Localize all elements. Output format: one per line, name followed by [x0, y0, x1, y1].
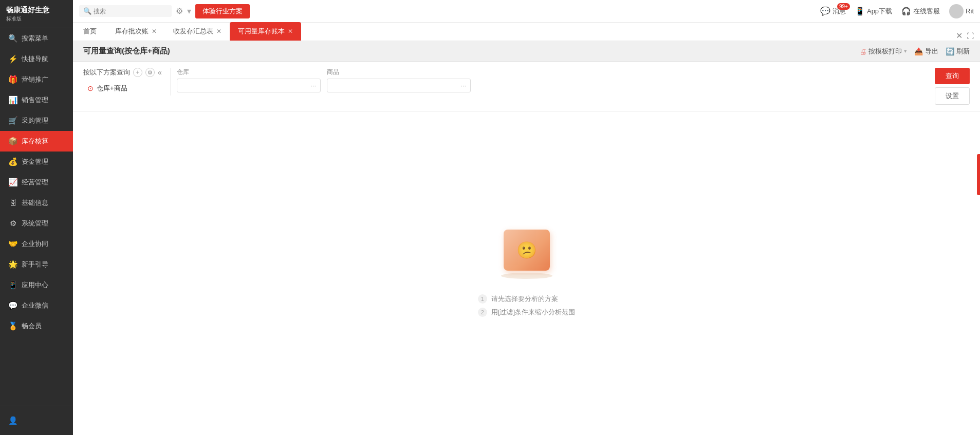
tabbar: 首页 库存批次账 ✕ 收发存汇总表 ✕ 可用量库存账本 ✕ ✕ ⛶: [73, 23, 980, 41]
main-area: 🔍 ⚙ ▾ 体验行业方案 💬 消息 99+ 📱 App下载 🎧 在线客服 Rit: [73, 0, 980, 435]
sidebar-item-system[interactable]: ⚙ 系统管理: [0, 213, 73, 234]
tab-home-label: 首页: [83, 27, 97, 36]
basic-info-icon: 🗄: [8, 198, 17, 207]
online-service-label: 在线客服: [913, 7, 940, 16]
topbar-messages[interactable]: 💬 消息 99+: [820, 6, 846, 16]
filter-fields: 仓库 ··· 商品 ···: [177, 68, 922, 92]
headset-icon: 🎧: [901, 7, 911, 16]
sidebar-item-operations[interactable]: 📈 经营管理: [0, 172, 73, 193]
sidebar-item-user-profile[interactable]: 👤: [0, 410, 73, 431]
sidebar-item-basic-info[interactable]: 🗄 基础信息: [0, 193, 73, 213]
hint-text-1: 请先选择要分析的方案: [491, 294, 558, 304]
print-label: 按模板打印: [868, 47, 902, 56]
sidebar-logo: 畅康通好生意 标准版: [0, 0, 73, 28]
print-icon: 🖨: [859, 47, 866, 55]
sidebar-item-shortcut-label: 快捷导航: [22, 54, 48, 64]
operations-icon: 📈: [8, 178, 17, 187]
sidebar-item-purchase[interactable]: 🛒 采购管理: [0, 110, 73, 131]
tab-home[interactable]: 首页: [73, 22, 107, 41]
sidebar-item-basic-info-label: 基础信息: [22, 198, 48, 207]
filter-scheme-header: 按以下方案查询 + ⚙ «: [83, 68, 164, 77]
sidebar-item-search[interactable]: 🔍 搜索菜单: [0, 28, 73, 49]
empty-hint-2: 2 用[过滤]条件来缩小分析范围: [478, 308, 575, 317]
refresh-icon: 🔄: [946, 47, 954, 55]
sidebar-item-app-center-label: 应用中心: [22, 280, 48, 290]
sidebar-item-finance[interactable]: 💰 资金管理: [0, 152, 73, 172]
sidebar-item-sales[interactable]: 📊 销售管理: [0, 90, 73, 110]
topbar-user-area[interactable]: Rit: [949, 4, 974, 18]
username-label: Rit: [966, 7, 974, 15]
topbar-search-input[interactable]: [94, 8, 155, 15]
topbar-online-service[interactable]: 🎧 在线客服: [901, 7, 940, 16]
empty-hint-1: 1 请先选择要分析的方案: [478, 294, 575, 304]
scheme-add-btn[interactable]: +: [133, 68, 142, 77]
scheme-settings-btn[interactable]: ⚙: [145, 68, 155, 77]
purchase-icon: 🛒: [8, 116, 17, 125]
tab-batch-ledger[interactable]: 库存批次账 ✕: [107, 22, 165, 41]
tab-recv-summary[interactable]: 收发存汇总表 ✕: [165, 22, 230, 41]
export-action[interactable]: 📤 导出: [914, 47, 938, 56]
sidebar-item-search-label: 搜索菜单: [22, 34, 48, 43]
tab-batch-ledger-label: 库存批次账: [115, 27, 149, 36]
sidebar-nav: 🔍 搜索菜单 ⚡ 快捷导航 🎁 营销推广 📊 销售管理 🛒 采购管理 📦 库存核…: [0, 28, 73, 406]
sidebar-bottom: 👤: [0, 406, 73, 435]
sidebar-item-marketing[interactable]: 🎁 营销推广: [0, 69, 73, 90]
sidebar-item-onboarding[interactable]: 🌟 新手引导: [0, 254, 73, 275]
warehouse-dots-icon[interactable]: ···: [310, 82, 316, 89]
goods-field-input[interactable]: ···: [327, 79, 471, 92]
avatar: [949, 4, 964, 18]
warehouse-field-label: 仓库: [177, 68, 321, 77]
scheme-item-label: 仓库+商品: [97, 84, 127, 93]
topbar-search-box[interactable]: 🔍: [79, 5, 172, 17]
sidebar-item-shortcut[interactable]: ⚡ 快捷导航: [0, 49, 73, 69]
topbar-gear-icon[interactable]: ⚙: [176, 6, 183, 16]
tab-batch-ledger-close[interactable]: ✕: [152, 28, 157, 35]
tabbar-expand-icon[interactable]: ⛶: [967, 32, 974, 40]
goods-dots-icon[interactable]: ···: [460, 82, 466, 89]
print-action[interactable]: 🖨 按模板打印 ▾: [859, 47, 907, 56]
inventory-icon: 📦: [8, 137, 17, 146]
finance-icon: 💰: [8, 157, 17, 166]
tab-available-ledger-close[interactable]: ✕: [288, 28, 293, 35]
tab-recv-summary-close[interactable]: ✕: [216, 28, 221, 35]
sidebar-item-wechat[interactable]: 💬 企业微信: [0, 295, 73, 316]
empty-illustration: [496, 230, 558, 286]
topbar-dropdown-icon[interactable]: ▾: [187, 6, 191, 16]
sidebar-item-cooperation[interactable]: 🤝 企业协同: [0, 234, 73, 254]
scheme-item-warehouse-goods[interactable]: ⊙ 仓库+商品: [83, 81, 164, 96]
topbar-search-icon: 🔍: [83, 7, 91, 15]
topbar-right: 💬 消息 99+ 📱 App下载 🎧 在线客服 Rit: [820, 4, 974, 18]
scheme-collapse-icon[interactable]: «: [158, 68, 162, 77]
tabbar-close-icon[interactable]: ✕: [956, 31, 963, 41]
filter-settings-button[interactable]: 设置: [935, 87, 970, 105]
hint-num-1: 1: [478, 294, 487, 304]
empty-box: [504, 230, 550, 271]
query-button[interactable]: 查询: [935, 68, 970, 84]
export-label: 导出: [925, 47, 938, 56]
tab-available-ledger-label: 可用量库存账本: [238, 27, 285, 36]
app-center-icon: 📱: [8, 280, 17, 290]
system-icon: ⚙: [8, 219, 17, 228]
sidebar-item-member[interactable]: 🏅 畅会员: [0, 316, 73, 336]
page-header: 可用量查询(按仓库+商品) 🖨 按模板打印 ▾ 📤 导出 🔄 刷新: [73, 41, 980, 62]
topbar-app-download[interactable]: 📱 App下载: [855, 7, 892, 16]
sidebar-item-app-center[interactable]: 📱 应用中心: [0, 275, 73, 295]
onboarding-icon: 🌟: [8, 260, 17, 269]
message-badge: 99+: [837, 3, 850, 10]
sidebar-item-inventory[interactable]: 📦 库存核算: [0, 131, 73, 152]
topbar-industry-btn[interactable]: 体验行业方案: [195, 4, 250, 18]
search-icon: 🔍: [8, 34, 17, 43]
resize-handle[interactable]: [977, 154, 980, 195]
app-download-label: App下载: [867, 7, 892, 16]
refresh-action[interactable]: 🔄 刷新: [946, 47, 970, 56]
sidebar-item-marketing-label: 营销推广: [22, 75, 48, 84]
tabbar-actions: ✕ ⛶: [950, 31, 980, 41]
content-area: 1 请先选择要分析的方案 2 用[过滤]条件来缩小分析范围: [73, 111, 980, 435]
filter-scheme-panel: 按以下方案查询 + ⚙ « ⊙ 仓库+商品: [83, 68, 171, 96]
tab-available-ledger[interactable]: 可用量库存账本 ✕: [230, 22, 301, 41]
print-dropdown-icon[interactable]: ▾: [904, 48, 907, 54]
hint-text-2: 用[过滤]条件来缩小分析范围: [491, 308, 575, 317]
tab-recv-summary-label: 收发存汇总表: [173, 27, 213, 36]
warehouse-field-input[interactable]: ···: [177, 79, 321, 92]
filter-field-goods: 商品 ···: [327, 68, 471, 92]
